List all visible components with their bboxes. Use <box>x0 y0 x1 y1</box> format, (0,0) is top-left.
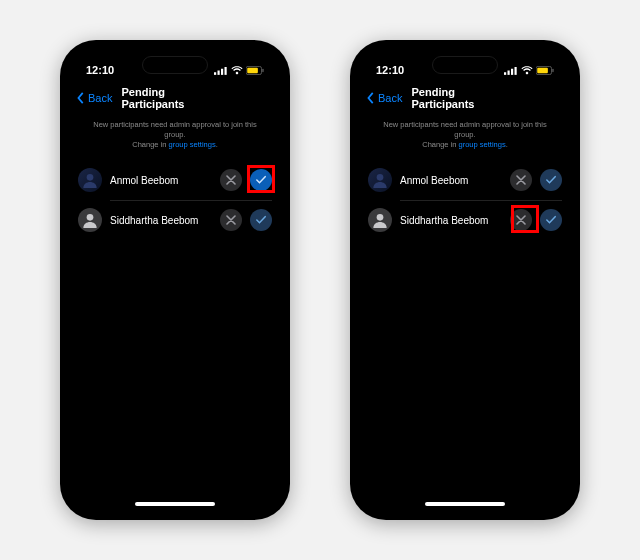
x-icon <box>516 215 526 225</box>
status-time: 12:10 <box>86 64 114 76</box>
wifi-icon <box>521 66 533 75</box>
battery-icon <box>246 66 264 75</box>
battery-icon <box>536 66 554 75</box>
signal-icon <box>504 66 518 75</box>
avatar <box>78 168 102 192</box>
phone-mockup-right: 12:10 Back Pending Participants New part… <box>350 40 580 520</box>
phone-mockup-left: 12:10 Back Pending Participants New part… <box>60 40 290 520</box>
avatar <box>368 168 392 192</box>
screen: 12:10 Back Pending Participants New part… <box>68 48 282 512</box>
wifi-icon <box>231 66 243 75</box>
svg-rect-2 <box>221 68 223 74</box>
svg-rect-9 <box>504 72 506 75</box>
svg-rect-15 <box>552 68 553 71</box>
approve-button[interactable] <box>540 169 562 191</box>
approve-button[interactable] <box>250 169 272 191</box>
x-icon <box>226 175 236 185</box>
participant-row: Siddhartha Beebom <box>358 200 572 240</box>
person-icon <box>372 212 388 228</box>
svg-rect-10 <box>508 70 510 74</box>
chevron-left-icon <box>76 92 86 104</box>
back-label: Back <box>378 92 402 104</box>
status-indicators <box>214 66 264 75</box>
svg-rect-12 <box>515 67 517 75</box>
svg-rect-5 <box>247 67 258 73</box>
info-text: New participants need admin approval to … <box>68 114 282 160</box>
participant-row: Anmol Beebom <box>358 160 572 200</box>
check-icon <box>546 175 556 185</box>
home-indicator <box>425 502 505 506</box>
approve-button[interactable] <box>540 209 562 231</box>
nav-bar: Back Pending Participants <box>358 82 572 114</box>
svg-rect-3 <box>225 67 227 75</box>
home-indicator <box>135 502 215 506</box>
svg-point-17 <box>377 214 384 221</box>
signal-icon <box>214 66 228 75</box>
back-button[interactable]: Back <box>76 92 112 104</box>
x-icon <box>226 215 236 225</box>
check-icon <box>256 215 266 225</box>
svg-point-8 <box>87 214 94 221</box>
chevron-left-icon <box>366 92 376 104</box>
page-title: Pending Participants <box>412 86 519 110</box>
dynamic-island <box>432 56 498 74</box>
check-icon <box>256 175 266 185</box>
reject-button[interactable] <box>220 169 242 191</box>
svg-point-7 <box>87 174 94 181</box>
x-icon <box>516 175 526 185</box>
group-settings-link[interactable]: group settings <box>169 140 216 149</box>
svg-rect-6 <box>262 68 263 71</box>
reject-button[interactable] <box>510 209 532 231</box>
avatar <box>78 208 102 232</box>
participant-row: Siddhartha Beebom <box>68 200 282 240</box>
info-text: New participants need admin approval to … <box>358 114 572 160</box>
dynamic-island <box>142 56 208 74</box>
participant-name: Siddhartha Beebom <box>400 215 502 226</box>
status-time: 12:10 <box>376 64 404 76</box>
participant-name: Anmol Beebom <box>110 175 212 186</box>
svg-rect-11 <box>511 68 513 74</box>
approve-button[interactable] <box>250 209 272 231</box>
status-indicators <box>504 66 554 75</box>
svg-point-16 <box>377 174 384 181</box>
back-label: Back <box>88 92 112 104</box>
participant-row: Anmol Beebom <box>68 160 282 200</box>
avatar <box>368 208 392 232</box>
svg-rect-0 <box>214 72 216 75</box>
screen: 12:10 Back Pending Participants New part… <box>358 48 572 512</box>
svg-rect-1 <box>218 70 220 74</box>
reject-button[interactable] <box>220 209 242 231</box>
participant-name: Siddhartha Beebom <box>110 215 212 226</box>
avatar-photo-icon <box>372 172 388 188</box>
check-icon <box>546 215 556 225</box>
person-icon <box>82 212 98 228</box>
nav-bar: Back Pending Participants <box>68 82 282 114</box>
participant-name: Anmol Beebom <box>400 175 502 186</box>
svg-rect-14 <box>537 67 548 73</box>
avatar-photo-icon <box>82 172 98 188</box>
group-settings-link[interactable]: group settings <box>459 140 506 149</box>
back-button[interactable]: Back <box>366 92 402 104</box>
page-title: Pending Participants <box>122 86 229 110</box>
reject-button[interactable] <box>510 169 532 191</box>
